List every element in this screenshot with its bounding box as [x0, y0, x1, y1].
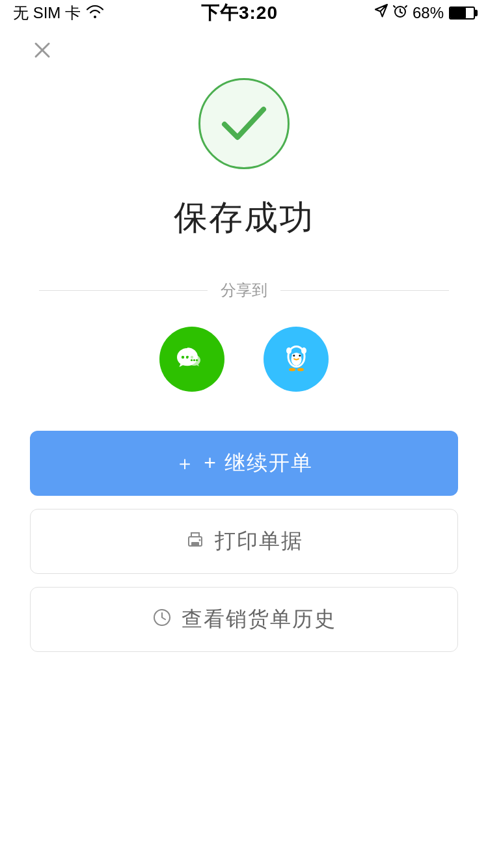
print-label: 打印单据 — [215, 527, 303, 556]
close-button[interactable] — [26, 34, 59, 66]
svg-point-17 — [289, 368, 295, 372]
svg-point-15 — [293, 355, 295, 357]
svg-point-20 — [301, 347, 306, 354]
carrier-text: 无 SIM 卡 — [13, 3, 81, 23]
svg-rect-22 — [191, 542, 199, 546]
svg-point-9 — [196, 359, 198, 361]
main-content: 保存成功 分享到 — [0, 26, 488, 652]
svg-point-23 — [199, 539, 201, 541]
share-divider-row: 分享到 — [0, 280, 488, 301]
qq-share-button[interactable] — [264, 327, 329, 392]
status-left: 无 SIM 卡 — [13, 3, 104, 23]
history-icon — [152, 607, 172, 632]
svg-point-19 — [286, 347, 291, 354]
status-bar: 无 SIM 卡 下午3:20 68% — [0, 0, 488, 26]
success-title: 保存成功 — [174, 195, 314, 241]
svg-point-18 — [297, 368, 304, 372]
battery-icon — [449, 7, 475, 20]
share-icons — [159, 327, 329, 392]
history-button[interactable]: 查看销货单历史 — [30, 587, 458, 652]
history-label: 查看销货单历史 — [182, 605, 336, 634]
wifi-icon — [86, 4, 104, 22]
divider-right — [280, 290, 449, 291]
svg-point-16 — [299, 355, 301, 357]
share-section: 分享到 — [0, 280, 488, 392]
alarm-icon — [393, 4, 407, 22]
plus-icon: ＋ — [175, 450, 195, 477]
continue-button[interactable]: ＋ + 继续开单 — [30, 431, 458, 496]
divider-left — [39, 290, 208, 291]
status-time: 下午3:20 — [201, 1, 278, 25]
svg-point-7 — [191, 359, 193, 361]
continue-label: + 继续开单 — [204, 449, 313, 478]
battery-percent: 68% — [413, 4, 444, 22]
svg-point-4 — [182, 356, 184, 359]
wechat-share-button[interactable] — [159, 327, 224, 392]
print-button[interactable]: 打印单据 — [30, 509, 458, 574]
share-label: 分享到 — [208, 280, 280, 301]
success-icon-circle — [198, 78, 290, 169]
location-icon — [375, 4, 388, 22]
svg-point-8 — [193, 359, 195, 361]
action-buttons: ＋ + 继续开单 打印单据 查看销货单历 — [0, 431, 488, 652]
print-icon — [185, 529, 206, 554]
status-right: 68% — [375, 4, 475, 22]
